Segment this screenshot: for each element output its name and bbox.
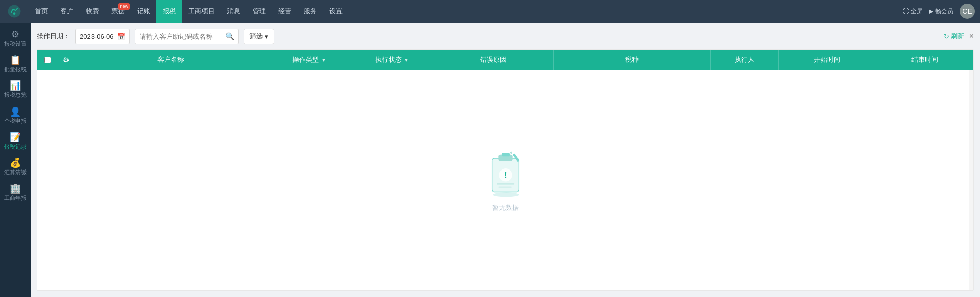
date-value: 2023-06-06 <box>80 33 114 40</box>
content-area: 操作日期： 2023-06-06 📅 🔍 筛选 ▾ ↻ 刷新 × <box>31 23 980 297</box>
fullscreen-icon: ⛶ <box>903 8 909 15</box>
scrollbar[interactable] <box>969 70 973 290</box>
nav-item-首页[interactable]: 首页 <box>29 0 54 23</box>
avatar-text: CE <box>962 7 972 15</box>
sidebar-item-汇算清缴[interactable]: 💰汇算清缴 <box>0 154 31 180</box>
empty-state: ! 暂无数据 <box>483 148 529 213</box>
th-name: 客户名称 <box>74 50 268 70</box>
svg-marker-11 <box>509 151 513 155</box>
th-status-label: 执行状态 <box>375 55 402 65</box>
sidebar-icon: ⚙ <box>11 30 19 39</box>
refresh-button[interactable]: ↻ 刷新 <box>944 32 964 41</box>
refresh-label: 刷新 <box>951 32 964 41</box>
nav-item-票据[interactable]: 票据new <box>105 0 131 23</box>
sidebar-item-个税申报[interactable]: 👤个税申报 <box>0 103 31 129</box>
vip-button[interactable]: ▶ 畅会员 <box>929 7 953 16</box>
th-executor-label: 执行人 <box>735 55 755 65</box>
date-label: 操作日期： <box>37 32 70 41</box>
nav-right: ⛶ 全屏 ▶ 畅会员 CE <box>903 4 975 19</box>
nav-item-工商项目[interactable]: 工商项目 <box>182 0 221 23</box>
sidebar-item-报税记录[interactable]: 📝报税记录 <box>0 129 31 154</box>
avatar[interactable]: CE <box>960 4 975 19</box>
svg-point-0 <box>8 5 21 18</box>
nav-item-记账[interactable]: 记账 <box>131 0 156 23</box>
table-header: ⚙ 客户名称 操作类型 ▼ 执行状态 ▼ 错误原因 税种 <box>37 50 973 70</box>
th-optype[interactable]: 操作类型 ▼ <box>268 50 351 70</box>
data-table: ⚙ 客户名称 操作类型 ▼ 执行状态 ▼ 错误原因 税种 <box>37 49 974 291</box>
nav-item-管理[interactable]: 管理 <box>246 0 272 23</box>
main-layout: ⚙报税设置📋批量报税📊报税总览👤个税申报📝报税记录💰汇算清缴🏢工商年报 操作日期… <box>0 23 980 297</box>
select-all-checkbox[interactable] <box>37 57 58 63</box>
nav-item-客户[interactable]: 客户 <box>54 0 80 23</box>
filter-button[interactable]: 筛选 ▾ <box>244 29 274 44</box>
th-starttime: 开始时间 <box>779 50 876 70</box>
th-optype-label: 操作类型 <box>292 55 319 65</box>
sidebar-label: 个税申报 <box>4 118 27 124</box>
th-name-label: 客户名称 <box>157 55 184 65</box>
table-body: ! 暂无数据 <box>37 70 973 290</box>
column-settings-icon[interactable]: ⚙ <box>58 56 74 64</box>
search-input[interactable] <box>140 33 225 40</box>
th-error: 错误原因 <box>434 50 554 70</box>
svg-point-2 <box>493 192 519 197</box>
nav-item-服务[interactable]: 服务 <box>298 0 323 23</box>
toolbar-right: ↻ 刷新 × <box>944 32 974 41</box>
nav-item-收费[interactable]: 收费 <box>80 0 105 23</box>
sidebar-label: 工商年报 <box>4 195 27 201</box>
search-icon[interactable]: 🔍 <box>225 32 234 40</box>
calendar-icon: 📅 <box>117 33 125 40</box>
svg-rect-9 <box>498 186 511 188</box>
sidebar-icon: 📊 <box>10 81 21 90</box>
sidebar-label: 报税记录 <box>4 143 27 150</box>
nav-item-经营[interactable]: 经营 <box>272 0 298 23</box>
sidebar-label: 汇算清缴 <box>4 169 27 176</box>
logo[interactable] <box>5 2 24 20</box>
top-navigation: 首页客户收费票据new记账报税工商项目消息管理经营服务设置 ⛶ 全屏 ▶ 畅会员… <box>0 0 980 23</box>
vip-icon: ▶ <box>929 8 933 15</box>
fullscreen-label: 全屏 <box>910 7 923 16</box>
chevron-down-icon: ▾ <box>265 33 268 40</box>
sidebar: ⚙报税设置📋批量报税📊报税总览👤个税申报📝报税记录💰汇算清缴🏢工商年报 <box>0 23 31 297</box>
sidebar-item-报税设置[interactable]: ⚙报税设置 <box>0 26 31 51</box>
th-endtime: 结束时间 <box>876 50 973 70</box>
sidebar-item-报税总览[interactable]: 📊报税总览 <box>0 77 31 102</box>
th-endtime-label: 结束时间 <box>911 55 938 65</box>
th-starttime-label: 开始时间 <box>814 55 840 65</box>
sidebar-icon: 👤 <box>10 107 21 116</box>
sort-icon-optype: ▼ <box>321 57 326 63</box>
th-error-label: 错误原因 <box>480 55 507 65</box>
checkbox-all[interactable] <box>44 57 51 63</box>
toolbar: 操作日期： 2023-06-06 📅 🔍 筛选 ▾ ↻ 刷新 × <box>37 29 974 44</box>
empty-text: 暂无数据 <box>492 203 519 213</box>
filter-label: 筛选 <box>249 32 263 41</box>
sidebar-label: 报税设置 <box>4 40 27 47</box>
sidebar-icon: 💰 <box>10 158 21 167</box>
sort-icon-status: ▼ <box>404 57 409 63</box>
vip-label: 畅会员 <box>935 7 953 16</box>
th-tax: 税种 <box>554 50 711 70</box>
svg-rect-8 <box>496 183 514 185</box>
svg-point-1 <box>13 12 16 15</box>
sidebar-label: 报税总览 <box>4 92 27 98</box>
refresh-icon: ↻ <box>944 33 949 40</box>
search-box: 🔍 <box>135 29 239 44</box>
sidebar-label: 批量报税 <box>4 66 27 73</box>
sidebar-item-工商年报[interactable]: 🏢工商年报 <box>0 180 31 205</box>
empty-icon: ! <box>483 148 529 199</box>
svg-text:!: ! <box>504 170 507 179</box>
fullscreen-button[interactable]: ⛶ 全屏 <box>903 7 923 16</box>
svg-rect-5 <box>501 153 509 156</box>
sidebar-icon: 📝 <box>10 133 21 142</box>
date-picker[interactable]: 2023-06-06 📅 <box>75 29 130 44</box>
nav-item-设置[interactable]: 设置 <box>323 0 349 23</box>
nav-item-消息[interactable]: 消息 <box>221 0 246 23</box>
badge-new: new <box>118 3 130 10</box>
nav-items: 首页客户收费票据new记账报税工商项目消息管理经营服务设置 <box>29 0 903 23</box>
th-executor: 执行人 <box>711 50 779 70</box>
th-status[interactable]: 执行状态 ▼ <box>351 50 434 70</box>
th-tax-label: 税种 <box>625 55 639 65</box>
sidebar-icon: 🏢 <box>10 184 21 193</box>
close-button[interactable]: × <box>969 32 974 41</box>
sidebar-item-批量报税[interactable]: 📋批量报税 <box>0 51 31 77</box>
nav-item-报税[interactable]: 报税 <box>156 0 182 23</box>
